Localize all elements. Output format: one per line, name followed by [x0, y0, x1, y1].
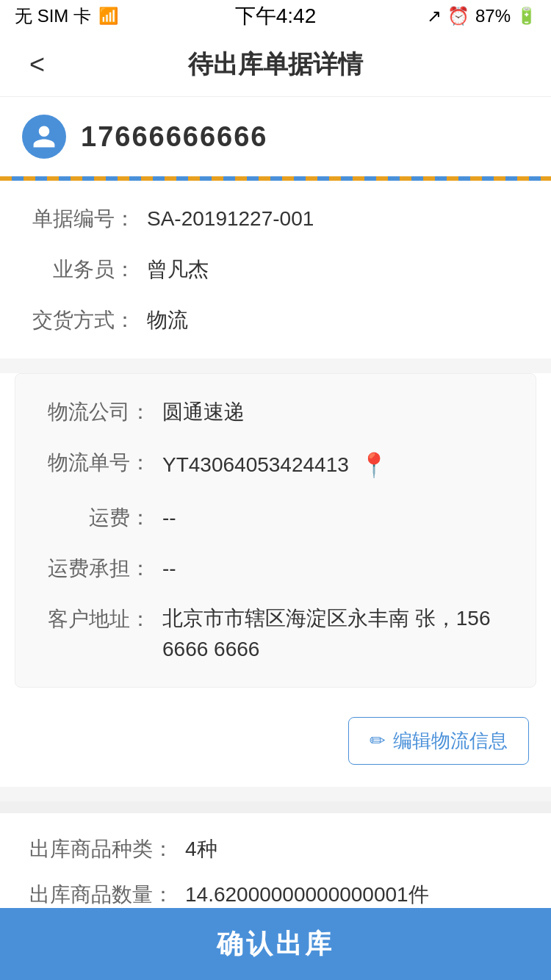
edit-icon: ✏ [370, 729, 386, 752]
logistics-tracking-value: YT43064053424413 📍 [162, 447, 506, 484]
confirm-button[interactable]: 确认出库 [0, 908, 551, 980]
wifi-icon: 📶 [98, 7, 118, 26]
status-bar-time: 下午4:42 [235, 2, 317, 30]
page-title: 待出库单据详情 [188, 48, 363, 82]
goods-type-label: 出库商品种类： [29, 835, 185, 863]
confirm-btn-label: 确认出库 [217, 926, 334, 962]
customer-section: 17666666666 [0, 97, 551, 176]
address-row: 客户地址： 北京市市辖区海淀区永丰南 张，156 6666 6666 [45, 603, 506, 665]
order-no-value: SA-20191227-001 [147, 203, 522, 236]
battery-icon: 🔋 [516, 7, 536, 26]
customer-phone: 17666666666 [81, 121, 267, 153]
salesman-value: 曾凡杰 [147, 253, 522, 287]
logistics-section: 物流公司： 圆通速递 物流单号： YT43064053424413 📍 运费： … [15, 373, 536, 688]
logistics-company-row: 物流公司： 圆通速递 [45, 396, 506, 429]
status-bar-left: 无 SIM 卡 📶 [15, 4, 118, 28]
location-status-icon: ↗ [427, 6, 442, 26]
address-label: 客户地址： [45, 603, 162, 636]
freight-row: 运费： -- [45, 502, 506, 535]
order-no-label: 单据编号： [29, 203, 147, 236]
section-divider [0, 801, 551, 813]
delivery-row: 交货方式： 物流 [29, 304, 522, 337]
salesman-label: 业务员： [29, 253, 147, 287]
tracking-location-icon[interactable]: 📍 [359, 447, 389, 484]
logistics-company-label: 物流公司： [45, 396, 162, 429]
edit-btn-container: ✏ 编辑物流信息 [0, 702, 551, 787]
goods-type-value: 4种 [185, 835, 522, 863]
order-no-row: 单据编号： SA-20191227-001 [29, 203, 522, 236]
tracking-number: YT43064053424413 [162, 449, 349, 482]
goods-type-row: 出库商品种类： 4种 [29, 835, 522, 863]
battery-label: 87% [475, 6, 511, 26]
address-value: 北京市市辖区海淀区永丰南 张，156 6666 6666 [162, 603, 506, 665]
user-icon [31, 123, 57, 150]
delivery-value: 物流 [147, 304, 522, 337]
address-text: 北京市市辖区海淀区永丰南 张，156 6666 6666 [162, 603, 506, 665]
avatar [22, 115, 66, 159]
order-info-section: 单据编号： SA-20191227-001 业务员： 曾凡杰 交货方式： 物流 [0, 181, 551, 359]
alarm-icon: ⏰ [447, 6, 469, 26]
edit-logistics-button[interactable]: ✏ 编辑物流信息 [348, 717, 529, 765]
status-bar: 无 SIM 卡 📶 下午4:42 ↗ ⏰ 87% 🔋 [0, 0, 551, 32]
status-bar-right: ↗ ⏰ 87% 🔋 [427, 6, 536, 26]
logistics-tracking-label: 物流单号： [45, 447, 162, 480]
goods-quantity-label: 出库商品数量： [29, 881, 185, 909]
freight-bearer-label: 运费承担： [45, 552, 162, 586]
carrier-label: 无 SIM 卡 [15, 4, 91, 28]
goods-quantity-value: 14.62000000000000001件 [185, 881, 522, 909]
edit-btn-label: 编辑物流信息 [393, 728, 508, 754]
logistics-tracking-row: 物流单号： YT43064053424413 📍 [45, 447, 506, 484]
freight-bearer-value: -- [162, 552, 506, 586]
logistics-company-value: 圆通速递 [162, 396, 506, 429]
salesman-row: 业务员： 曾凡杰 [29, 253, 522, 287]
freight-label: 运费： [45, 502, 162, 535]
freight-bearer-row: 运费承担： -- [45, 552, 506, 586]
logistics-wrapper: 物流公司： 圆通速递 物流单号： YT43064053424413 📍 运费： … [0, 373, 551, 787]
goods-quantity-row: 出库商品数量： 14.62000000000000001件 [29, 881, 522, 909]
freight-value: -- [162, 502, 506, 535]
back-button[interactable]: < [22, 42, 52, 87]
nav-bar: < 待出库单据详情 [0, 32, 551, 97]
delivery-label: 交货方式： [29, 304, 147, 337]
